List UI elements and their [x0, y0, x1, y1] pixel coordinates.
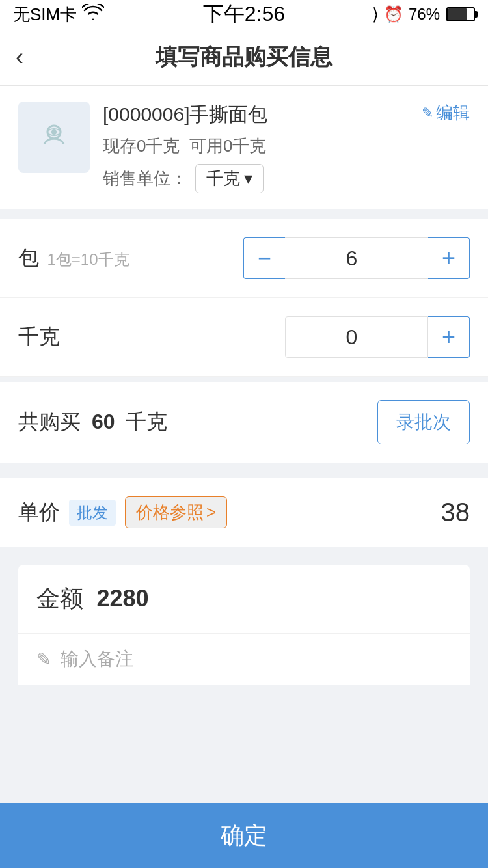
product-name: [0000006]手撕面包 [103, 102, 267, 128]
location-icon: ⟩ [372, 5, 379, 25]
bao-plus-button[interactable]: + [428, 237, 470, 279]
kg-plus-button[interactable]: + [428, 316, 470, 358]
product-section: [0000006]手撕面包 ✎编辑 现存0千克 可用0千克 销售单位： 千克 ▾ [0, 86, 488, 209]
battery-icon [446, 7, 475, 21]
batch-button[interactable]: 录批次 [377, 400, 470, 444]
kg-label: 千克 [18, 325, 60, 348]
amount-row: 金额 2280 [18, 565, 470, 633]
amount-label: 金额 [36, 585, 83, 612]
status-right: ⟩ ⏰ 76% [372, 5, 475, 25]
bao-sublabel: 1包=10千克 [47, 251, 129, 268]
amount-section: 金额 2280 ✎ 输入备注 [0, 547, 488, 685]
pencil-icon: ✎ [36, 649, 51, 670]
bao-qty-input[interactable] [285, 237, 428, 279]
bao-label: 包 [18, 246, 39, 269]
price-label: 单价 [18, 498, 60, 527]
carrier-text: 无SIM卡 [13, 3, 77, 26]
kg-label-group: 千克 [18, 323, 285, 351]
wifi-icon [82, 4, 104, 25]
note-row[interactable]: ✎ 输入备注 [18, 633, 470, 685]
kg-qty-row: 千克 + [0, 298, 488, 377]
price-ref-button[interactable]: 价格参照 > [125, 496, 227, 528]
total-row: 共购买 60 千克 录批次 [0, 377, 488, 463]
kg-qty-input[interactable] [285, 316, 428, 358]
unit-select[interactable]: 千克 ▾ [195, 164, 264, 193]
bao-qty-row: 包 1包=10千克 − + [0, 219, 488, 298]
product-image [18, 102, 90, 173]
product-stock: 现存0千克 可用0千克 [103, 135, 470, 157]
total-text: 共购买 60 千克 [18, 408, 167, 437]
price-left: 单价 批发 价格参照 > [18, 496, 227, 528]
back-button[interactable]: ‹ [16, 44, 23, 71]
bao-label-group: 包 1包=10千克 [18, 244, 243, 273]
nav-bar: ‹ 填写商品购买信息 [0, 29, 488, 86]
product-title-row: [0000006]手撕面包 ✎编辑 [103, 102, 470, 128]
battery-text: 76% [409, 5, 440, 23]
bao-minus-button[interactable]: − [243, 237, 285, 279]
edit-button[interactable]: ✎编辑 [422, 102, 470, 124]
status-left: 无SIM卡 [13, 3, 104, 26]
quantity-section: 包 1包=10千克 − + 千克 + [0, 219, 488, 377]
price-tag: 批发 [69, 500, 116, 526]
price-value: 38 [441, 498, 470, 527]
product-info: [0000006]手撕面包 ✎编辑 现存0千克 可用0千克 销售单位： 千克 ▾ [103, 102, 470, 193]
page-title: 填写商品购买信息 [156, 42, 332, 72]
product-unit-row: 销售单位： 千克 ▾ [103, 164, 470, 193]
amount-value: 2280 [96, 585, 148, 612]
confirm-button[interactable]: 确定 [0, 803, 488, 868]
price-section: 单价 批发 价格参照 > 38 [0, 473, 488, 547]
svg-point-1 [51, 129, 57, 135]
alarm-icon: ⏰ [384, 5, 403, 23]
status-time: 下午2:56 [203, 0, 285, 29]
note-placeholder: 输入备注 [61, 647, 133, 671]
status-bar: 无SIM卡 下午2:56 ⟩ ⏰ 76% [0, 0, 488, 29]
bao-qty-controls: − + [243, 237, 470, 279]
kg-qty-controls: + [285, 316, 470, 358]
